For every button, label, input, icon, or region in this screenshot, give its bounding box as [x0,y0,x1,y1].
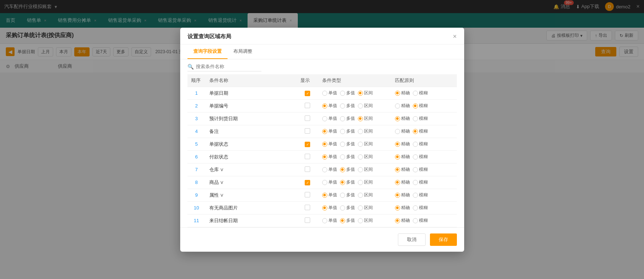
modal-tab-layout-label: 布局调整 [233,48,252,54]
modal-tab-field-settings-label: 查询字段设置 [193,48,222,54]
modal-close-button[interactable]: × [453,33,457,40]
search-wrapper: 🔍 [187,64,261,71]
modal-search-area: 🔍 [180,59,464,73]
modal-tab-layout[interactable]: 布局调整 [228,44,258,59]
modal-header: 设置查询区域布局 × [180,28,464,44]
search-input[interactable] [196,64,261,69]
search-icon: 🔍 [187,64,194,70]
settings-modal: 设置查询区域布局 × 查询字段设置 布局调整 🔍 顺序 [180,28,464,73]
modal-title: 设置查询区域布局 [187,33,231,40]
modal-overlay: 设置查询区域布局 × 查询字段设置 布局调整 🔍 顺序 [0,0,644,73]
modal-tab-field-settings[interactable]: 查询字段设置 [187,44,228,59]
modal-tabs: 查询字段设置 布局调整 [180,44,464,59]
